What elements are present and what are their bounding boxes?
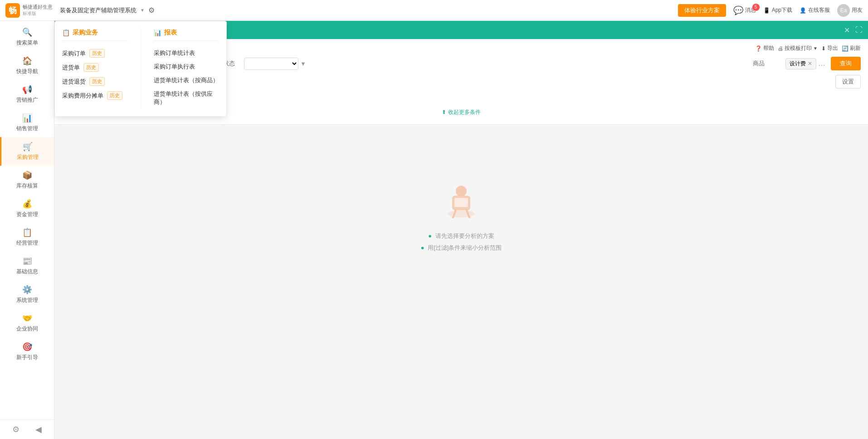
sidebar-item-quick-nav[interactable]: 🏠 快捷导航 [0, 51, 54, 80]
guide-icon: 🎯 [22, 342, 32, 352]
query-button[interactable]: 查询 [831, 57, 861, 70]
operations-icon: 📋 [22, 227, 32, 237]
report-col-icon: 📊 [154, 29, 161, 36]
marketing-icon: 📢 [22, 84, 32, 94]
svg-point-3 [456, 186, 467, 197]
sidebar-item-search[interactable]: 🔍 搜索菜单 [0, 23, 54, 51]
service-icon: 👤 [800, 7, 806, 14]
help-btn[interactable]: ❓ 帮助 [755, 44, 774, 52]
app-badge: 标准版 [23, 10, 53, 17]
dropdown-col1-title: 📋 采购业务 [62, 29, 128, 41]
system-icon: ⚙️ [22, 285, 32, 295]
inventory-icon: 📦 [22, 170, 32, 180]
refresh-icon: 🔄 [842, 45, 848, 52]
order-status-select[interactable] [244, 58, 298, 70]
sidebar-item-system[interactable]: ⚙️ 系统管理 [0, 280, 54, 309]
dropdown-menu: 📋 采购业务 采购订单 历史 进货单 历史 进货退货 历史 采购费用分摊单 历史… [54, 21, 227, 117]
sidebar-settings-icon[interactable]: ⚙ [12, 424, 20, 434]
print-btn[interactable]: 🖨 按模板打印 ▼ [778, 44, 818, 52]
topbar: 畅 畅捷通好生意 标准版 装备及固定资产辅助管理系统 ▼ ⚙ 体验行业方案 💬 … [0, 0, 868, 21]
purchase-icon: 🛒 [23, 142, 33, 152]
notification-btn[interactable]: 💬 消息 5 [733, 5, 756, 15]
dropdown-item-receipt-stats-supplier[interactable]: 进货单统计表（按供应商） [154, 87, 219, 109]
history-tag-3: 历史 [107, 91, 122, 100]
dropdown-item-purchase-order[interactable]: 采购订单 历史 [62, 46, 128, 60]
sidebar-item-sales[interactable]: 📊 销售管理 [0, 109, 54, 137]
industry-button[interactable]: 体验行业方案 [678, 4, 726, 17]
history-tag-1: 历史 [83, 63, 99, 72]
app-download-btn[interactable]: 📱 App下载 [763, 6, 792, 14]
avatar: Ea [837, 4, 850, 17]
svg-rect-2 [454, 198, 468, 207]
base-info-icon: 📰 [22, 256, 32, 266]
topbar-nav: 体验行业方案 [678, 4, 726, 17]
title-dropdown[interactable]: ▼ [140, 8, 145, 13]
toolbar-right: ❓ 帮助 🖨 按模板打印 ▼ ⬇ 导出 🔄 [755, 44, 861, 52]
phone-icon: 📱 [763, 7, 770, 14]
dropdown-col2-title: 📊 报表 [154, 29, 219, 41]
dropdown-item-goods-receipt[interactable]: 进货单 历史 [62, 60, 128, 74]
dropdown-item-goods-return[interactable]: 进货退货 历史 [62, 74, 128, 89]
system-title: 装备及固定资产辅助管理系统 ▼ ⚙ [60, 6, 678, 15]
col-divider [141, 29, 141, 109]
logo: 畅 畅捷通好生意 标准版 [5, 3, 60, 18]
help-icon: ❓ [755, 45, 762, 52]
collapse-up-icon: ⬆ [442, 109, 446, 115]
finance-icon: 💰 [22, 199, 32, 209]
notification-badge: 5 [752, 4, 760, 11]
user-menu-btn[interactable]: Ea 用友 [837, 4, 863, 17]
sidebar-collapse-icon[interactable]: ◀ [35, 424, 42, 434]
print-icon: 🖨 [778, 45, 783, 52]
chevron-down-icon: ▼ [140, 8, 145, 13]
print-dropdown-icon: ▼ [813, 46, 818, 51]
sidebar-item-guide[interactable]: 🎯 新手引导 [0, 337, 54, 366]
logo-icon: 畅 [5, 3, 20, 18]
dropdown-col-purchase: 📋 采购业务 采购订单 历史 进货单 历史 进货退货 历史 采购费用分摊单 历史 [62, 29, 128, 109]
empty-tip1: ● 请先选择要分析的方案 [428, 232, 494, 240]
gear-icon[interactable]: ⚙ [148, 6, 155, 15]
sidebar-item-inventory[interactable]: 📦 库存核算 [0, 166, 54, 194]
svg-point-0 [448, 210, 475, 217]
sidebar-item-cooperation[interactable]: 🤝 企业协同 [0, 309, 54, 337]
topbar-right: 💬 消息 5 📱 App下载 👤 在线客服 Ea 用友 [733, 4, 863, 17]
home-icon: 🏠 [22, 56, 32, 66]
sidebar: 🔍 搜索菜单 🏠 快捷导航 📢 营销推广 📊 销售管理 🛒 采购管理 📦 库存核… [0, 21, 54, 439]
dropdown-item-purchase-expense[interactable]: 采购费用分摊单 历史 [62, 89, 128, 103]
dropdown-item-receipt-stats-goods[interactable]: 进货单统计表（按商品） [154, 74, 219, 87]
goods-tag-close[interactable]: ✕ [808, 60, 812, 67]
goods-tag: 设计费 ✕ [785, 58, 816, 69]
sidebar-item-finance[interactable]: 💰 资金管理 [0, 194, 54, 223]
empty-illustration [439, 178, 484, 223]
goods-more-dots[interactable]: … [818, 59, 825, 68]
sidebar-item-base-info[interactable]: 📰 基础信息 [0, 252, 54, 280]
sidebar-item-marketing[interactable]: 📢 营销推广 [0, 80, 54, 109]
online-service-btn[interactable]: 👤 在线客服 [800, 6, 830, 14]
message-icon: 💬 [733, 5, 743, 15]
order-status-dropdown-icon: ▼ [300, 60, 306, 67]
sidebar-bottom: ⚙ ◀ [0, 419, 54, 439]
empty-tip2: ● 用[过滤]条件来缩小分析范围 [421, 244, 502, 252]
dropdown-item-po-stats[interactable]: 采购订单统计表 [154, 46, 219, 60]
dropdown-item-po-exec[interactable]: 采购订单执行表 [154, 60, 219, 74]
sales-icon: 📊 [22, 113, 32, 123]
purchase-col-icon: 📋 [62, 29, 70, 36]
refresh-btn[interactable]: 🔄 刷新 [842, 44, 861, 52]
setting-button[interactable]: 设置 [835, 75, 861, 89]
sidebar-item-operations[interactable]: 📋 经营管理 [0, 223, 54, 252]
export-btn[interactable]: ⬇ 导出 [821, 44, 838, 52]
goods-label: 商品 [753, 59, 780, 68]
empty-state: ● 请先选择要分析的方案 ● 用[过滤]条件来缩小分析范围 [54, 125, 868, 306]
search-icon: 🔍 [22, 27, 32, 37]
sidebar-item-purchase[interactable]: 🛒 采购管理 [0, 137, 54, 166]
dropdown-col-report: 📊 报表 采购订单统计表 采购订单执行表 进货单统计表（按商品） 进货单统计表（… [154, 29, 219, 109]
history-tag-0: 历史 [89, 49, 105, 58]
tab-close-all-btn[interactable]: ✕ [840, 26, 853, 35]
export-icon: ⬇ [821, 45, 826, 52]
history-tag-2: 历史 [89, 77, 105, 86]
app-name: 畅捷通好生意 [23, 4, 53, 10]
cooperation-icon: 🤝 [22, 313, 32, 323]
tab-expand-icon[interactable]: ⛶ [853, 26, 864, 34]
